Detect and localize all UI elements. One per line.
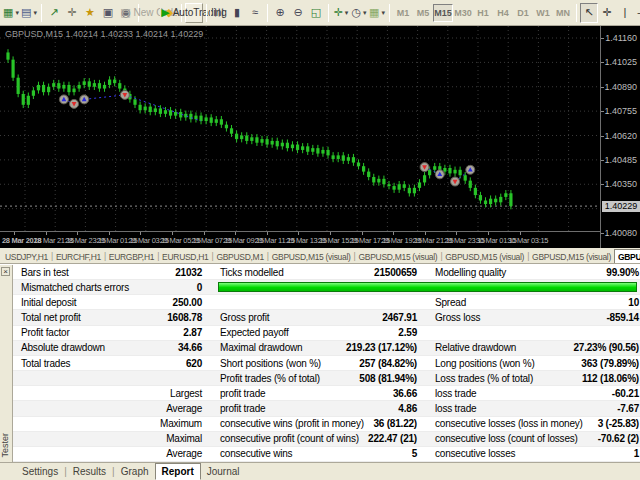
candlesticks bbox=[6, 49, 512, 209]
autotrading-button[interactable]: ▶AutoTrading bbox=[185, 3, 203, 23]
zoom-out-button[interactable]: ⊖ bbox=[289, 3, 307, 23]
time-axis-tick bbox=[362, 232, 363, 235]
report-label: Mismatched charts errors bbox=[13, 282, 121, 293]
tester-tab-report[interactable]: Report bbox=[155, 463, 201, 480]
report-value: 257 (84.82%) bbox=[329, 358, 419, 369]
mt4-window: ▦▾▤▾↗✛★▣◉▤New Order◆▶AutoTrading☰▮≈⊕⊖◱✛▾… bbox=[0, 0, 640, 480]
templates-button[interactable]: ▦▾ bbox=[368, 3, 386, 23]
indicators-button[interactable]: ✛▾ bbox=[332, 3, 350, 23]
period-button-mn[interactable]: MN bbox=[553, 4, 573, 22]
report-value: 1608.78 bbox=[121, 312, 204, 323]
time-axis-tick bbox=[267, 232, 268, 235]
tester-tab-settings[interactable]: Settings bbox=[16, 464, 64, 479]
time-axis-tick bbox=[298, 232, 299, 235]
bar-chart-icon: ☰ bbox=[214, 8, 225, 18]
zoom-in-button[interactable]: ⊕ bbox=[271, 3, 289, 23]
profiles-icon: ▤ bbox=[21, 7, 31, 18]
report-value: 3 (-25.83) bbox=[544, 418, 640, 429]
report-label: Loss trades (% of total) bbox=[419, 373, 544, 384]
report-value: -7.67 bbox=[544, 403, 640, 414]
dropdown-caret-icon: ▾ bbox=[15, 9, 19, 17]
cursor-tool-button[interactable]: ↖ bbox=[580, 3, 598, 23]
bar-chart-button[interactable]: ☰ bbox=[210, 3, 228, 23]
new-chart-icon: ▦ bbox=[3, 7, 13, 18]
time-axis-tick bbox=[172, 232, 173, 235]
chart-ohlc-title: GBPUSD,M15 1.40214 1.40233 1.40214 1.402… bbox=[5, 29, 203, 39]
templates-icon: ▦ bbox=[369, 7, 379, 18]
dropdown-caret-icon: ▾ bbox=[363, 9, 367, 17]
report-value: 1 bbox=[544, 448, 640, 459]
zoom-out-icon: ⊖ bbox=[293, 7, 302, 18]
line-chart-button[interactable]: ≈ bbox=[246, 3, 264, 23]
report-value: -60.21 bbox=[544, 388, 640, 399]
new-chart-button[interactable]: ▦▾ bbox=[2, 3, 20, 23]
report-row: Profit trades (% of total)508 (81.94%)Lo… bbox=[13, 371, 640, 386]
profiles-button[interactable]: ▤▾ bbox=[20, 3, 38, 23]
time-axis-tick bbox=[235, 232, 236, 235]
report-value: 36.66 bbox=[329, 388, 419, 399]
period-button-w1[interactable]: W1 bbox=[533, 4, 553, 22]
chart-tab-3[interactable]: EURGBP,H1 bbox=[106, 250, 157, 263]
candlestick-icon: ▮ bbox=[234, 7, 240, 18]
tester-tab-results[interactable]: Results bbox=[67, 464, 112, 479]
period-button-m5[interactable]: M5 bbox=[413, 4, 433, 22]
navigator-button[interactable]: ★ bbox=[81, 3, 99, 23]
report-value: 250.00 bbox=[121, 297, 204, 308]
time-axis-tick bbox=[488, 232, 489, 235]
chart-tab-4[interactable]: EURUSD,H1 bbox=[159, 250, 211, 263]
navigator-icon: ★ bbox=[85, 7, 95, 18]
data-window-button[interactable]: ✛ bbox=[63, 3, 81, 23]
chart-tab-8[interactable]: GBPUSD,M15 (visual) bbox=[442, 250, 527, 263]
periods-button[interactable]: ◷▾ bbox=[350, 3, 368, 23]
toolbar-separator bbox=[389, 4, 390, 22]
report-row: Bars in test21032Ticks modelled21500659M… bbox=[13, 265, 640, 280]
chart-tab-9[interactable]: GBPUSD,M15 (visual) bbox=[529, 250, 614, 263]
chart-canvas[interactable] bbox=[0, 26, 601, 232]
price-axis-label: 1.40350 bbox=[604, 179, 637, 189]
tile-windows-button[interactable]: ◱ bbox=[307, 3, 325, 23]
report-value: Average bbox=[121, 403, 204, 414]
tester-tab-graph[interactable]: Graph bbox=[115, 464, 155, 479]
chart-tab-2[interactable]: EURCHF,H1 bbox=[53, 250, 104, 263]
time-axis-tick bbox=[520, 232, 521, 235]
tester-close-button[interactable]: × bbox=[1, 267, 10, 276]
report-label: Ticks modelled bbox=[204, 267, 329, 278]
period-button-m15[interactable]: M15 bbox=[433, 4, 453, 22]
market-watch-icon: ↗ bbox=[49, 7, 58, 18]
report-label: Relative drawdown bbox=[419, 342, 544, 353]
tester-tab-journal[interactable]: Journal bbox=[201, 464, 246, 479]
report-label: Expected payoff bbox=[204, 327, 329, 338]
chart-tab-7[interactable]: GBPUSD,M15 (visual) bbox=[356, 250, 441, 263]
time-axis[interactable]: 28 Mar 201828 Mar 21:1528 Mar 23:1529 Ma… bbox=[0, 231, 601, 248]
vertical-line-tool-button[interactable]: | bbox=[616, 3, 634, 23]
terminal-button[interactable]: ▣ bbox=[99, 3, 117, 23]
period-button-m30[interactable]: M30 bbox=[453, 4, 473, 22]
time-axis-tick bbox=[77, 232, 78, 235]
crosshair-tool-button[interactable]: ✛ bbox=[598, 3, 616, 23]
report-label: consecutive profit (count of wins) bbox=[204, 433, 329, 444]
chart-tab-5[interactable]: GBPUSD,M1 bbox=[213, 250, 266, 263]
horizontal-line-tool-button[interactable]: ― bbox=[634, 3, 640, 23]
market-watch-button[interactable]: ↗ bbox=[45, 3, 63, 23]
chart-tab-10[interactable]: GBPUSD,M15 (visual) bbox=[614, 249, 640, 263]
chart-tab-1[interactable]: USDJPY,H1 bbox=[2, 250, 51, 263]
price-axis-tick bbox=[601, 87, 604, 88]
report-label: Initial deposit bbox=[13, 297, 121, 308]
report-label: consecutive wins bbox=[204, 448, 329, 459]
period-button-h4[interactable]: H4 bbox=[493, 4, 513, 22]
crosshair-tool-icon: ✛ bbox=[602, 7, 611, 18]
report-label: consecutive losses bbox=[419, 448, 544, 459]
terminal-icon: ▣ bbox=[103, 7, 113, 18]
report-value: Average bbox=[121, 448, 204, 459]
period-button-d1[interactable]: D1 bbox=[513, 4, 533, 22]
price-axis-tick bbox=[601, 233, 604, 234]
period-button-h1[interactable]: H1 bbox=[473, 4, 493, 22]
report-row: Absolute drawdown34.66Maximal drawdown21… bbox=[13, 341, 640, 356]
price-axis[interactable]: 1.411601.410251.408901.407551.406201.404… bbox=[600, 26, 640, 248]
period-button-m1[interactable]: M1 bbox=[393, 4, 413, 22]
report-value: 10 bbox=[544, 297, 640, 308]
chart-tab-6[interactable]: GBPUSD,M15 (visual) bbox=[269, 250, 354, 263]
candlestick-button[interactable]: ▮ bbox=[228, 3, 246, 23]
time-axis-tick bbox=[330, 232, 331, 235]
report-label: profit trade bbox=[204, 403, 329, 414]
